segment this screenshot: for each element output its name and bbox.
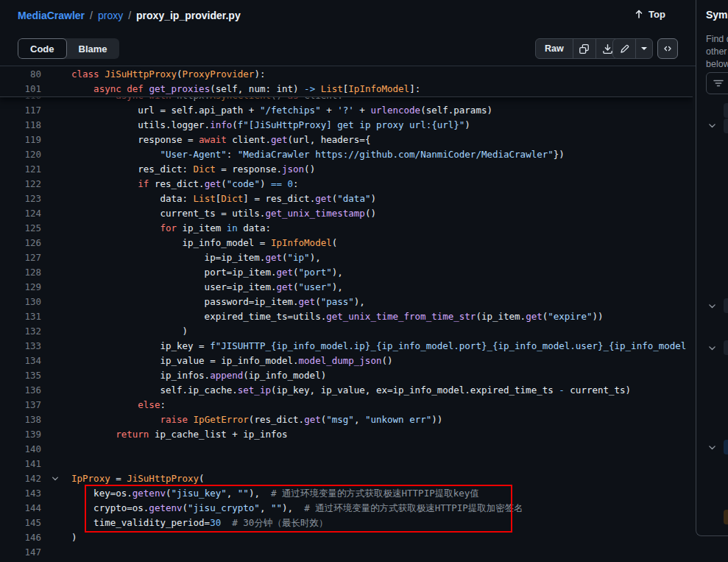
line-number[interactable]: 145 <box>0 516 41 530</box>
edit-dropdown-button[interactable] <box>636 39 652 58</box>
code-line-text: for ip_item in data: <box>71 221 271 236</box>
code-line-text: time_validity_period=30 # 30分钟（最长时效） <box>71 516 328 530</box>
expander-gutter <box>41 82 71 96</box>
expander-gutter <box>41 177 71 192</box>
line-number[interactable]: 127 <box>0 250 41 265</box>
line-number[interactable]: 119 <box>0 133 41 147</box>
code-line-142: 142IpProxy = JiSuHttpProxy( <box>0 471 693 486</box>
line-number[interactable]: 135 <box>0 368 41 383</box>
line-number[interactable]: 133 <box>0 339 41 354</box>
code-line-124: 124 current_ts = utils.get_unix_timestam… <box>0 206 693 221</box>
chevron-down-icon[interactable] <box>707 120 717 133</box>
line-number[interactable]: 134 <box>0 354 41 368</box>
code-line-text: ip=ip_item.get("ip"), <box>71 250 321 265</box>
code-line-125: 125 for ip_item in data: <box>0 221 693 236</box>
edit-button[interactable] <box>613 39 636 58</box>
code-line-121: 121 res_dict: Dict = response.json() <box>0 162 693 177</box>
line-number[interactable]: 123 <box>0 192 41 206</box>
line-number[interactable]: 136 <box>0 383 41 398</box>
expander-gutter <box>41 398 71 412</box>
edit-actions-group <box>612 38 653 59</box>
expander-gutter <box>41 67 71 82</box>
expander-gutter <box>41 265 71 280</box>
expander-gutter <box>41 118 71 133</box>
arrow-up-icon <box>633 8 645 20</box>
code-line-137: 137 else: <box>0 398 693 412</box>
symbol-item[interactable] <box>724 119 728 133</box>
code-line-133: 133 ip_key = f"JISUHTTP_{ip_info_model.i… <box>0 339 693 354</box>
code-line-122: 122 if res_dict.get("code") == 0: <box>0 177 693 192</box>
code-line-text: crypto=os.getenv("jisu_crypto", ""), # 通… <box>71 501 523 516</box>
tab-blame[interactable]: Blame <box>67 38 119 59</box>
expander-gutter <box>41 427 71 442</box>
chevron-down-icon[interactable] <box>707 301 717 314</box>
line-number[interactable]: 147 <box>0 545 41 560</box>
line-number[interactable]: 144 <box>0 501 41 516</box>
line-number[interactable]: 141 <box>0 457 41 471</box>
symbols-description-line: below or in the code. <box>706 58 728 71</box>
line-number[interactable]: 129 <box>0 280 41 295</box>
symbol-item[interactable] <box>724 340 728 355</box>
line-number[interactable]: 121 <box>0 162 41 177</box>
code-line-text: data: List[Dict] = res_dict.get("data") <box>71 192 376 206</box>
line-number[interactable]: 140 <box>0 442 41 457</box>
raw-button[interactable]: Raw <box>536 39 573 58</box>
line-number[interactable]: 138 <box>0 412 41 427</box>
breadcrumb-folder-link[interactable]: proxy <box>98 10 123 21</box>
symbol-item[interactable] <box>724 510 728 524</box>
code-line-text: expired_time_ts=utils.get_unix_time_from… <box>71 309 604 324</box>
line-number[interactable]: 143 <box>0 486 41 501</box>
line-number[interactable]: 142 <box>0 471 41 486</box>
line-number[interactable]: 132 <box>0 324 41 339</box>
line-number[interactable]: 126 <box>0 236 41 250</box>
code-line-129: 129 user=ip_item.get("user"), <box>0 280 693 295</box>
code-blame-switch: Code Blame <box>18 38 119 59</box>
code-line-text: password=ip_item.get("pass"), <box>71 295 365 309</box>
line-number[interactable]: 139 <box>0 427 41 442</box>
copy-button[interactable] <box>573 39 596 58</box>
raw-actions-group: Raw <box>535 38 620 59</box>
tab-code[interactable]: Code <box>18 38 67 59</box>
code-line-141: 141 <box>0 457 693 471</box>
line-number[interactable]: 122 <box>0 177 41 192</box>
expander-gutter <box>41 103 71 118</box>
file-toolbar: Code Blame 151 lines (130 loc) · 5.75 KB… <box>0 30 696 66</box>
line-number[interactable]: 146 <box>0 530 41 545</box>
line-number[interactable]: 124 <box>0 206 41 221</box>
line-number[interactable]: 137 <box>0 398 41 412</box>
symbols-filter-button[interactable] <box>706 72 728 94</box>
code-line-139: 139 return ip_cache_list + ip_infos <box>0 427 693 442</box>
code-line-120: 120 "User-Agent": "MediaCrawler https://… <box>0 147 693 162</box>
code-line-127: 127 ip=ip_item.get("ip"), <box>0 250 693 265</box>
collapse-chevron-icon[interactable] <box>41 471 71 486</box>
code-line-text: ) <box>71 324 188 339</box>
symbol-item[interactable] <box>724 440 728 454</box>
symbol-item[interactable] <box>724 103 728 118</box>
top-link-label: Top <box>649 9 665 20</box>
line-number[interactable]: 101 <box>0 82 41 96</box>
symbols-panel-heading: Symbols <box>706 9 728 21</box>
line-number[interactable]: 125 <box>0 221 41 236</box>
expander-gutter <box>41 486 71 501</box>
line-number[interactable]: 80 <box>0 67 41 82</box>
expander-gutter <box>41 295 71 309</box>
chevron-down-icon[interactable] <box>707 343 717 356</box>
breadcrumb-repo-link[interactable]: MediaCrawler <box>18 10 85 21</box>
line-number[interactable]: 130 <box>0 295 41 309</box>
line-number[interactable]: 120 <box>0 147 41 162</box>
symbol-item[interactable] <box>724 298 728 313</box>
line-number[interactable]: 117 <box>0 103 41 118</box>
code-line-text: ip_key = f"JISUHTTP_{ip_info_model.ip}_{… <box>71 339 686 354</box>
code-line-text: ip_infos.append(ip_info_model) <box>71 368 326 383</box>
line-number[interactable]: 118 <box>0 118 41 133</box>
chevron-down-icon[interactable] <box>707 442 717 455</box>
line-number[interactable]: 128 <box>0 265 41 280</box>
code-line-135: 135 ip_infos.append(ip_info_model) <box>0 368 693 383</box>
code-line-101: 101 async def get_proxies(self, num: int… <box>0 82 693 96</box>
line-number[interactable]: 131 <box>0 309 41 324</box>
code-line-text: current_ts = utils.get_unix_timestamp() <box>71 206 376 221</box>
symbols-toggle-button[interactable] <box>657 38 678 59</box>
breadcrumb-separator: / <box>128 10 131 21</box>
back-to-top-link[interactable]: Top <box>633 8 665 20</box>
code-line-136: 136 self.ip_cache.set_ip(ip_key, ip_valu… <box>0 383 693 398</box>
